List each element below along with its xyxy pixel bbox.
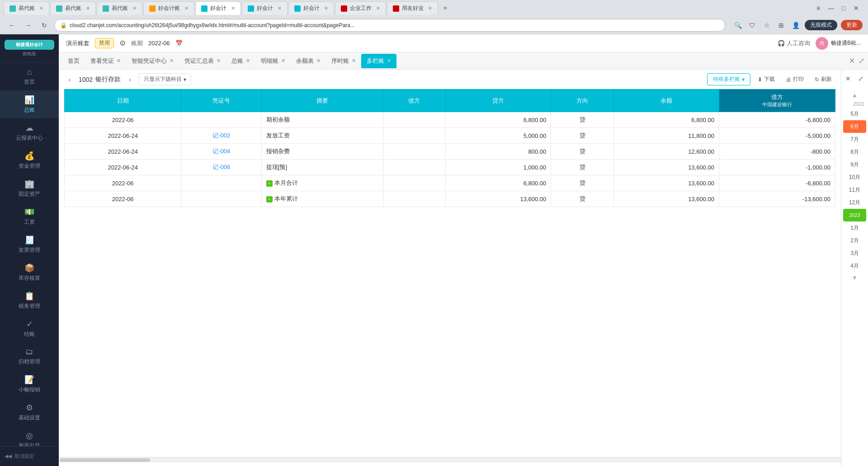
browser-tab-6[interactable]: 好会计 ✕ [242, 1, 288, 15]
date-nav-down-button[interactable]: ▼ [841, 272, 868, 283]
unpin-button[interactable]: ◀◀ 取消固定 [5, 451, 54, 461]
voucher-link[interactable]: 记-004 [212, 148, 230, 155]
sidebar-item-ledger[interactable]: 📊 总账 [0, 90, 59, 118]
sidebar-toggle-icon[interactable]: ⊞ [776, 20, 787, 31]
tab-detail-ledger-close[interactable]: ✕ [281, 58, 285, 64]
print-button[interactable]: 🖨 打印 [782, 74, 807, 85]
tab-close-2[interactable]: ✕ [86, 5, 90, 11]
sidebar-item-invoice[interactable]: 🧾 发票管理 [0, 231, 59, 259]
cell-voucher-1[interactable]: 记-002 [181, 128, 261, 144]
tab-smart-voucher[interactable]: 智能凭证中心 ✕ [126, 54, 179, 68]
special-multi-ledger-button[interactable]: 特殊多栏账 ▾ [707, 73, 750, 85]
tab-seq-ledger-close[interactable]: ✕ [352, 58, 356, 64]
tab-close-5[interactable]: ✕ [231, 5, 235, 11]
tab-expand-button[interactable]: ⤢ [859, 56, 864, 65]
sidebar-item-close[interactable]: ✓ 结账 [0, 315, 59, 343]
settings-button[interactable]: ⚙ [119, 39, 126, 47]
tab-multi-ledger-close[interactable]: ✕ [387, 58, 391, 64]
profile-icon[interactable]: 👤 [790, 20, 801, 31]
date-nav-up-button[interactable]: ▲ [841, 89, 868, 100]
tab-close-6[interactable]: ✕ [278, 5, 282, 11]
tab-balance-sheet[interactable]: 余额表 ✕ [291, 54, 326, 68]
reload-button[interactable]: ↻ [38, 19, 51, 32]
consult-button[interactable]: 🎧 人工咨询 [778, 39, 810, 47]
date-nav-expand-button[interactable]: ⤢ [855, 73, 866, 84]
tab-list-button[interactable]: ≡ [814, 4, 823, 13]
star-icon[interactable]: ☆ [761, 20, 772, 31]
cell-voucher-3[interactable]: 记-006 [181, 160, 261, 175]
voucher-link[interactable]: 记-002 [212, 132, 230, 139]
browser-tab-3[interactable]: 易代账 ✕ [97, 1, 142, 15]
shield-icon[interactable]: 🛡 [747, 20, 758, 31]
tab-view-voucher-close[interactable]: ✕ [117, 58, 121, 64]
tab-voucher-summary-close[interactable]: ✕ [217, 58, 221, 64]
sidebar-item-settings[interactable]: ⚙ 基础设置 [0, 398, 59, 426]
sidebar-item-guide[interactable]: ◎ 新手引导 [0, 426, 59, 446]
tab-home[interactable]: 首页 [62, 54, 85, 68]
tab-close-8[interactable]: ✕ [376, 5, 380, 11]
browser-tab-7[interactable]: 好会计 ✕ [288, 1, 334, 15]
download-button[interactable]: ⬇ 下载 [754, 74, 778, 85]
sidebar-item-tax[interactable]: 📋 税务管理 [0, 287, 59, 315]
sidebar-item-inventory[interactable]: 📦 库存核算 [0, 259, 59, 287]
month-september[interactable]: 9月 [841, 158, 868, 171]
month-december[interactable]: 12月 [841, 196, 868, 209]
stealth-mode-button[interactable]: 无痕模式 [805, 20, 837, 30]
refresh-button[interactable]: ↻ 刷新 [811, 74, 835, 85]
tab-close-1[interactable]: ✕ [39, 5, 43, 11]
voucher-link[interactable]: 记-006 [212, 164, 230, 170]
tab-multi-ledger[interactable]: 多栏账 ✕ [361, 54, 396, 68]
sidebar-item-asset[interactable]: 🏢 固定资产 [0, 174, 59, 202]
date-nav-close-button[interactable]: ✕ [843, 73, 854, 84]
sidebar-item-home[interactable]: ⌂ 首页 [0, 63, 59, 90]
horizontal-scrollbar[interactable] [59, 457, 841, 462]
month-june[interactable]: 6月 [843, 120, 866, 133]
month-october[interactable]: 10月 [841, 171, 868, 184]
forward-button[interactable]: → [22, 19, 34, 32]
next-account-button[interactable]: › [124, 74, 135, 85]
address-input[interactable]: 🔒 cloud2.chanjet.com/accounting/uh26t264… [54, 19, 725, 32]
tab-close-panel-button[interactable]: ✕ [849, 56, 855, 65]
filter-dropdown[interactable]: 只显示下级科目 ▾ [139, 73, 191, 85]
tab-close-9[interactable]: ✕ [428, 5, 432, 11]
month-jan-2023[interactable]: 1月 [841, 221, 868, 234]
tab-seq-ledger[interactable]: 序时账 ✕ [326, 54, 361, 68]
browser-tab-9[interactable]: 用友好业 ✕ [387, 1, 438, 15]
tab-general-ledger[interactable]: 总账 ✕ [226, 54, 255, 68]
sidebar-item-fund[interactable]: 💰 资金管理 [0, 146, 59, 174]
sidebar-item-payroll[interactable]: 💵 工资 [0, 202, 59, 231]
month-july[interactable]: 7月 [841, 133, 868, 146]
month-august[interactable]: 8月 [841, 146, 868, 158]
sidebar-item-archive[interactable]: 🗂 归档管理 [0, 343, 59, 370]
update-button[interactable]: 更新 [841, 20, 863, 30]
sidebar-item-report[interactable]: ☁ 云报表中心 [0, 118, 59, 146]
month-mar-2023[interactable]: 3月 [841, 247, 868, 259]
tab-general-ledger-close[interactable]: ✕ [246, 58, 250, 64]
tab-smart-voucher-close[interactable]: ✕ [170, 58, 174, 64]
maximize-button[interactable]: □ [839, 4, 848, 13]
prev-account-button[interactable]: ‹ [64, 74, 75, 85]
month-november[interactable]: 11月 [841, 184, 868, 196]
tab-view-voucher[interactable]: 查看凭证 ✕ [85, 54, 126, 68]
search-icon[interactable]: 🔍 [732, 20, 743, 31]
tab-balance-sheet-close[interactable]: ✕ [316, 58, 321, 64]
calendar-icon[interactable]: 📅 [175, 40, 183, 47]
demo-badge[interactable]: 禁用 [95, 38, 114, 48]
browser-tab-5[interactable]: 好会计 ✕ [195, 1, 241, 15]
scroll-thumb-h[interactable] [60, 458, 150, 462]
browser-tab-1[interactable]: 易代账 ✕ [4, 1, 49, 15]
tab-close-4[interactable]: ✕ [184, 5, 189, 11]
tab-close-7[interactable]: ✕ [324, 5, 328, 11]
sidebar-item-expense[interactable]: 📝 小畅报销 [0, 370, 59, 398]
tab-voucher-summary[interactable]: 凭证汇总表 ✕ [179, 54, 226, 68]
user-info[interactable]: 用 畅捷通B租... [816, 37, 861, 50]
tab-close-3[interactable]: ✕ [132, 5, 137, 11]
month-apr-2023[interactable]: 4月 [841, 259, 868, 272]
close-button[interactable]: ✕ [852, 4, 861, 13]
cell-voucher-2[interactable]: 记-004 [181, 144, 261, 160]
new-tab-button[interactable]: + [439, 2, 452, 14]
month-feb-2023[interactable]: 2月 [841, 234, 868, 247]
minimize-button[interactable]: — [826, 4, 835, 13]
browser-tab-2[interactable]: 易代账 ✕ [50, 1, 96, 15]
back-button[interactable]: ← [5, 19, 18, 32]
